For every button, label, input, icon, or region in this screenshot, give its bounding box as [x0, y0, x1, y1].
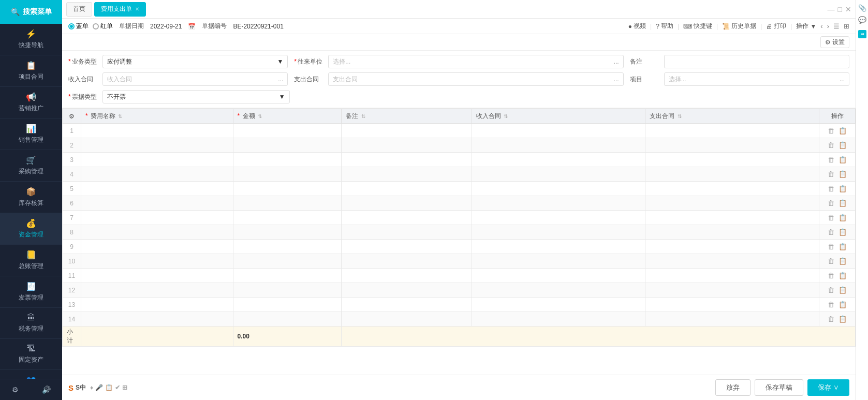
note-cell[interactable] — [342, 124, 472, 138]
check-icon[interactable]: ✔ — [115, 384, 120, 391]
amount-cell[interactable] — [233, 225, 342, 240]
expense-contract-cell[interactable] — [645, 138, 819, 153]
income-contract-cell[interactable] — [472, 124, 645, 138]
amount-cell[interactable] — [233, 269, 342, 283]
tab-close-icon[interactable]: ✕ — [135, 6, 139, 12]
amount-cell[interactable] — [233, 124, 342, 138]
expense-contract-dotted[interactable]: ... — [614, 76, 619, 83]
copy-row-icon[interactable]: 📋 — [838, 228, 847, 236]
discard-btn[interactable]: 放弃 — [715, 379, 751, 396]
income-contract-cell[interactable] — [472, 196, 645, 211]
save-btn[interactable]: 保存 ∨ — [807, 379, 849, 396]
delete-row-icon[interactable]: 🗑 — [828, 315, 834, 323]
copy-row-icon[interactable]: 📋 — [838, 199, 847, 207]
copy-row-icon[interactable]: 📋 — [838, 185, 847, 192]
sidebar-item-capital-mgmt[interactable]: 💰 资金管理 — [0, 213, 62, 245]
amount-cell[interactable] — [233, 211, 342, 225]
sidebar-item-sales-mgmt[interactable]: 📊 销售管理 — [0, 118, 62, 150]
expense-name-cell[interactable] — [81, 124, 233, 138]
copy-row-icon[interactable]: 📋 — [838, 141, 847, 149]
expense-contract-cell[interactable] — [645, 225, 819, 240]
th-expense-name[interactable]: * 费用名称 ⇅ — [81, 109, 233, 124]
volume-footer-btn[interactable]: 🔊 — [40, 383, 53, 396]
attachment-icon[interactable]: 📎 — [858, 4, 866, 12]
th-amount[interactable]: * 金额 ⇅ — [233, 109, 342, 124]
expense-name-cell[interactable] — [81, 211, 233, 225]
delete-row-icon[interactable]: 🗑 — [828, 228, 834, 236]
copy-row-icon[interactable]: 📋 — [838, 170, 847, 178]
sidebar-item-invoice-mgmt[interactable]: 🧾 发票管理 — [0, 276, 62, 308]
sidebar-item-ledger-mgmt[interactable]: 📒 总账管理 — [0, 245, 62, 276]
delete-row-icon[interactable]: 🗑 — [828, 199, 834, 207]
expense-name-cell[interactable] — [81, 225, 233, 240]
sidebar-item-inventory[interactable]: 📦 库存核算 — [0, 182, 62, 213]
invoice-type-select[interactable]: 不开票 ▼ — [102, 90, 290, 103]
print-btn[interactable]: 🖨 打印 — [766, 22, 786, 31]
expense-contract-cell[interactable] — [645, 196, 819, 211]
sidebar-item-tax-mgmt[interactable]: 🏛 税务管理 — [0, 308, 62, 339]
sidebar-item-fixed-assets[interactable]: 🏗 固定资产 — [0, 339, 62, 370]
mic-icon[interactable]: 🎤 — [95, 384, 103, 391]
income-contract-cell[interactable] — [472, 138, 645, 153]
copy-row-icon[interactable]: 📋 — [838, 156, 847, 164]
note-cell[interactable] — [342, 254, 472, 269]
note-cell[interactable] — [342, 269, 472, 283]
note-cell[interactable] — [342, 211, 472, 225]
expense-name-cell[interactable] — [81, 312, 233, 327]
amount-cell[interactable] — [233, 254, 342, 269]
income-contract-cell[interactable] — [472, 182, 645, 196]
copy-row-icon[interactable]: 📋 — [838, 257, 847, 265]
actions-btn[interactable]: 操作 ▼ — [796, 22, 816, 31]
expense-contract-cell[interactable] — [645, 269, 819, 283]
amount-cell[interactable] — [233, 196, 342, 211]
delete-row-icon[interactable]: 🗑 — [828, 141, 834, 149]
expense-name-cell[interactable] — [81, 196, 233, 211]
copy-row-icon[interactable]: 📋 — [838, 243, 847, 250]
income-contract-cell[interactable] — [472, 240, 645, 254]
income-contract-cell[interactable] — [472, 312, 645, 327]
red-bill-radio[interactable]: 红单 — [93, 22, 113, 31]
grid-icon[interactable]: ⊞ — [122, 384, 127, 391]
delete-row-icon[interactable]: 🗑 — [828, 243, 834, 250]
blue-bill-radio[interactable]: 蓝单 — [68, 22, 89, 31]
income-contract-cell[interactable] — [472, 167, 645, 182]
income-contract-cell[interactable] — [472, 269, 645, 283]
expense-contract-cell[interactable] — [645, 312, 819, 327]
th-expense-contract[interactable]: 支出合同 ⇅ — [645, 109, 819, 124]
sidebar-header[interactable]: 🔍 搜索菜单 — [0, 0, 62, 24]
copy-row-icon[interactable]: 📋 — [838, 214, 847, 221]
note-cell[interactable] — [342, 225, 472, 240]
sidebar-item-purchase-mgmt[interactable]: 🛒 采购管理 — [0, 150, 62, 182]
copy-row-icon[interactable]: 📋 — [838, 315, 847, 323]
shortcut-btn[interactable]: ⌨ 快捷键 — [683, 22, 712, 31]
video-btn[interactable]: ● 视频 — [628, 22, 646, 31]
expense-contract-cell[interactable] — [645, 182, 819, 196]
delete-row-icon[interactable]: 🗑 — [828, 257, 834, 265]
expense-name-cell[interactable] — [81, 138, 233, 153]
income-contract-dotted[interactable]: ... — [278, 76, 283, 83]
income-contract-cell[interactable] — [472, 225, 645, 240]
amount-cell[interactable] — [233, 182, 342, 196]
delete-row-icon[interactable]: 🗑 — [828, 156, 834, 164]
amount-cell[interactable] — [233, 298, 342, 312]
project-dotted[interactable]: ... — [840, 76, 845, 83]
delete-row-icon[interactable]: 🗑 — [828, 127, 834, 135]
note-cell[interactable] — [342, 167, 472, 182]
sidebar-item-quick-nav[interactable]: ⚡ 快捷导航 — [0, 24, 62, 55]
expense-table-container[interactable]: ⚙ * 费用名称 ⇅ * 金额 ⇅ 备注 — [62, 108, 856, 375]
expense-contract-select[interactable]: 支出合同 ... — [328, 72, 623, 86]
expense-contract-cell[interactable] — [645, 298, 819, 312]
expense-contract-cell[interactable] — [645, 124, 819, 138]
expense-contract-cell[interactable] — [645, 283, 819, 298]
business-type-select[interactable]: 应付调整 ▼ — [102, 55, 288, 68]
sidebar-item-project-contract[interactable]: 📋 项目合同 — [0, 55, 62, 87]
delete-row-icon[interactable]: 🗑 — [828, 214, 834, 221]
project-select[interactable]: 选择... ... — [664, 72, 849, 86]
sidebar-item-marketing[interactable]: 📢 营销推广 — [0, 87, 62, 118]
copy-row-icon[interactable]: 📋 — [838, 301, 847, 308]
expense-contract-cell[interactable] — [645, 254, 819, 269]
expense-name-cell[interactable] — [81, 167, 233, 182]
amount-cell[interactable] — [233, 240, 342, 254]
expense-name-cell[interactable] — [81, 298, 233, 312]
copy-row-icon[interactable]: 📋 — [838, 127, 847, 135]
